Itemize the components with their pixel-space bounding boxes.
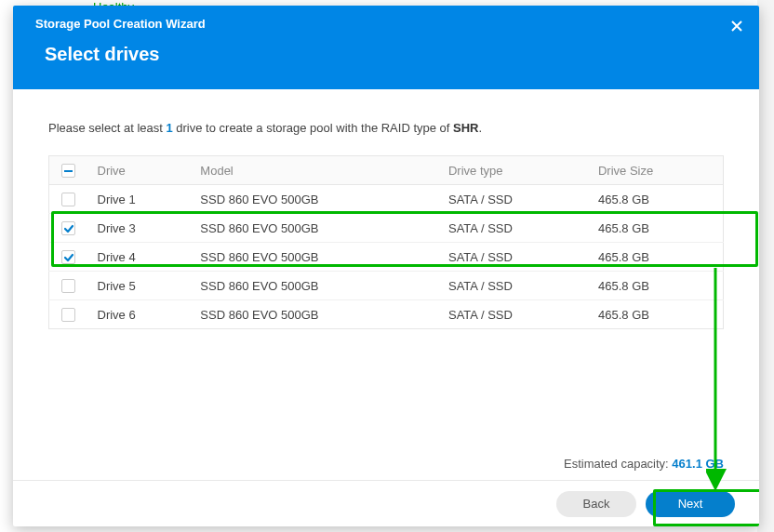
drive-name: Drive 6 bbox=[88, 300, 192, 329]
drive-model: SSD 860 EVO 500GB bbox=[191, 300, 439, 329]
col-type: Drive type bbox=[439, 156, 589, 185]
drive-type: SATA / SSD bbox=[439, 185, 589, 214]
drive-table: Drive Model Drive type Drive Size Drive … bbox=[48, 155, 724, 329]
table-header-row: Drive Model Drive type Drive Size bbox=[49, 156, 724, 185]
drive-name: Drive 5 bbox=[88, 272, 192, 300]
drive-size: 465.8 GB bbox=[589, 243, 724, 272]
col-size: Drive Size bbox=[589, 156, 724, 185]
storage-pool-wizard-dialog: Storage Pool Creation Wizard Select driv… bbox=[13, 6, 759, 526]
dialog-footer: Back Next bbox=[13, 480, 759, 526]
drive-model: SSD 860 EVO 500GB bbox=[191, 243, 439, 272]
dialog-header: Storage Pool Creation Wizard Select driv… bbox=[13, 6, 759, 89]
instruction-text: Please select at least 1 drive to create… bbox=[48, 121, 724, 135]
drive-checkbox[interactable] bbox=[61, 193, 75, 206]
close-icon bbox=[731, 17, 742, 35]
next-button[interactable]: Next bbox=[646, 491, 735, 517]
select-all-header[interactable] bbox=[49, 156, 88, 185]
select-all-checkbox[interactable] bbox=[61, 164, 75, 178]
estimated-capacity: Estimated capacity: 461.1 GB bbox=[564, 457, 724, 471]
drive-name: Drive 1 bbox=[88, 185, 192, 214]
drive-name: Drive 3 bbox=[88, 214, 192, 243]
drive-size: 465.8 GB bbox=[589, 272, 724, 300]
drive-checkbox[interactable] bbox=[61, 308, 75, 322]
col-model: Model bbox=[191, 156, 439, 185]
table-row[interactable]: Drive 6SSD 860 EVO 500GBSATA / SSD465.8 … bbox=[49, 300, 724, 329]
drive-name: Drive 4 bbox=[88, 243, 192, 272]
back-button[interactable]: Back bbox=[556, 491, 636, 517]
drive-model: SSD 860 EVO 500GB bbox=[191, 272, 439, 300]
table-row[interactable]: Drive 1SSD 860 EVO 500GBSATA / SSD465.8 … bbox=[49, 185, 724, 214]
capacity-value: 461.1 GB bbox=[672, 457, 724, 471]
drive-type: SATA / SSD bbox=[439, 272, 589, 300]
table-row[interactable]: Drive 3SSD 860 EVO 500GBSATA / SSD465.8 … bbox=[49, 214, 724, 243]
table-row[interactable]: Drive 4SSD 860 EVO 500GBSATA / SSD465.8 … bbox=[49, 243, 724, 272]
drive-size: 465.8 GB bbox=[589, 185, 724, 214]
drive-checkbox[interactable] bbox=[61, 279, 75, 293]
drive-size: 465.8 GB bbox=[589, 300, 724, 329]
drive-type: SATA / SSD bbox=[439, 243, 589, 272]
drive-checkbox[interactable] bbox=[61, 221, 75, 235]
drive-size: 465.8 GB bbox=[589, 214, 724, 243]
drive-checkbox[interactable] bbox=[61, 250, 75, 264]
dialog-body: Please select at least 1 drive to create… bbox=[13, 89, 759, 329]
dialog-title: Storage Pool Creation Wizard bbox=[35, 17, 737, 31]
close-button[interactable] bbox=[731, 17, 742, 36]
drive-type: SATA / SSD bbox=[439, 214, 589, 243]
col-drive: Drive bbox=[88, 156, 192, 185]
minus-icon bbox=[64, 170, 73, 172]
capacity-label: Estimated capacity: bbox=[564, 457, 672, 471]
drive-type: SATA / SSD bbox=[439, 300, 589, 329]
table-row[interactable]: Drive 5SSD 860 EVO 500GBSATA / SSD465.8 … bbox=[49, 272, 724, 300]
drive-model: SSD 860 EVO 500GB bbox=[191, 185, 439, 214]
dialog-subtitle: Select drives bbox=[45, 44, 737, 65]
background-panel bbox=[757, 0, 774, 532]
drive-model: SSD 860 EVO 500GB bbox=[191, 214, 439, 243]
